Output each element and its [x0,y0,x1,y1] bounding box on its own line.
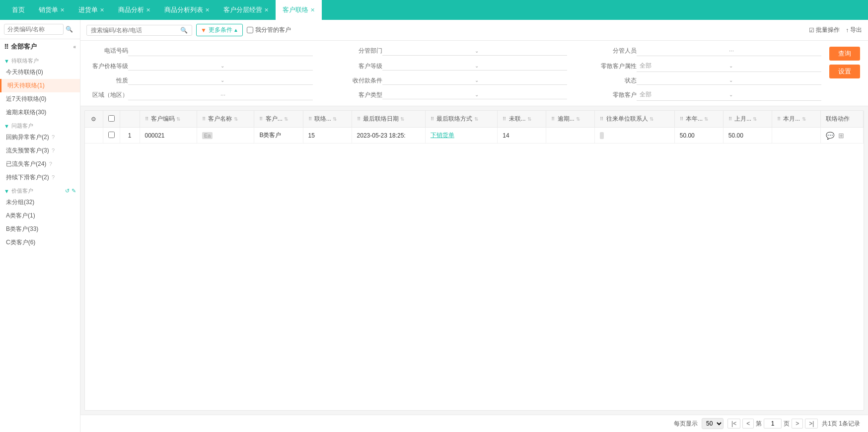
row-check[interactable] [103,128,120,144]
row-not-linked: 14 [498,128,546,144]
manager-select[interactable]: ··· [637,46,821,56]
level-select[interactable]: ⌄ [382,62,567,71]
sidebar-item-class-b[interactable]: B类客户(33) [0,222,80,236]
help-icon-declining[interactable]: ? [52,174,55,180]
query-btn[interactable]: 查询 [829,47,860,61]
sidebar-item-overdue[interactable]: 逾期未联络(30) [0,106,80,119]
status-select[interactable]: ⌄ [637,76,821,85]
nav-close-analysis-list[interactable]: ✕ [205,7,210,13]
th-this-year[interactable]: ⠿ 本年... [674,111,723,128]
toolbar-search-icon[interactable]: 🔍 [180,27,188,34]
value-edit-icon[interactable]: ✎ [72,188,76,194]
th-settings[interactable]: ⚙ [85,111,103,128]
sidebar-item-churn-warning[interactable]: 流失预警客户(3) ? [0,144,80,157]
batch-ops-btn[interactable]: ☑ 批量操作 [809,26,840,34]
sidebar-search-icon[interactable]: 🔍 [66,26,73,33]
th-contacts[interactable]: ⠿ 联络... [303,111,352,128]
sidebar-item-ungrouped[interactable]: 未分组(32) [0,196,80,209]
export-btn[interactable]: ↑ 导出 [846,26,862,34]
nav-item-purchase[interactable]: 进货单 ✕ [72,0,111,20]
sidebar-item-class-a[interactable]: A类客户(1) [0,209,80,222]
nav-item-sales[interactable]: 销货单 ✕ [32,0,72,20]
toolbar-search-input[interactable] [91,27,180,34]
sidebar-item-repurchase-abnormal[interactable]: 回购异常客户(2) ? [0,131,80,144]
sidebar-item-class-c[interactable]: C类客户(6) [0,236,80,249]
area-label: 区域（地区） [88,91,128,99]
nav-close-sales[interactable]: ✕ [60,7,65,13]
area-select[interactable]: ··· [128,90,313,100]
my-customer-checkbox[interactable] [247,27,253,33]
nature-select[interactable]: ⌄ [128,76,313,85]
manager-dots[interactable]: ··· [727,47,818,54]
nav-close-customer-tier[interactable]: ✕ [264,7,269,13]
th-name[interactable]: ⠿ 客户名称 [197,111,254,128]
help-icon-churned[interactable]: ? [49,161,52,167]
dept-label: 分管部门 [343,47,382,55]
page-input[interactable] [764,419,782,429]
nav-item-analysis-list[interactable]: 商品分析列表 ✕ [157,0,217,20]
nature-label: 性质 [88,76,128,85]
th-contact-person[interactable]: ⠿ 往来单位联系人 [595,111,674,128]
th-last-method[interactable]: ⠿ 最后联络方式 [425,111,497,128]
th-category[interactable]: ⠿ 客户... [254,111,303,128]
sidebar: 🔍 ⠿ 全部客户 « ▼ 待联络客户 今天待联络(0) 明天待联络(1) 近7天… [0,20,80,432]
more-conditions-btn[interactable]: ▼ 更多条件 ▲ [196,24,243,36]
th-overdue[interactable]: ⠿ 逾期... [546,111,595,128]
nav-close-purchase[interactable]: ✕ [100,7,104,13]
phone-label: 电话号码 [88,47,128,55]
sidebar-item-today[interactable]: 今天待联络(0) [0,66,80,79]
sidebar-item-declining[interactable]: 持续下滑客户(2) ? [0,171,80,184]
select-all-checkbox[interactable] [108,115,115,122]
help-icon-churn[interactable]: ? [52,147,55,153]
page-end-label: 页 [784,420,790,428]
th-last-date[interactable]: ⠿ 最后联络日期 [352,111,425,128]
last-page-btn[interactable]: >| [805,419,818,429]
first-page-btn[interactable]: |< [727,419,740,429]
phone-input[interactable] [128,46,313,56]
last-method-link[interactable]: 下销货单 [431,132,454,139]
row-code: 000021 [140,128,197,144]
dept-select[interactable]: ⌄ [382,47,567,56]
page-size-select[interactable]: 50 [702,418,723,429]
nav-close-customer-contact[interactable]: ✕ [310,7,315,13]
row-num: 1 [120,128,140,144]
toolbar-search-box: 🔍 [86,25,192,36]
sidebar-collapse-icon[interactable]: « [73,44,76,50]
sidebar-search-input[interactable] [4,24,64,35]
th-action: 联络动作 [820,111,863,128]
filter-row-2: 客户价格等级 ⌄ 客户等级 ⌄ [88,60,821,72]
prev-page-btn[interactable]: < [742,419,754,429]
value-refresh-icon[interactable]: ↺ [65,188,70,194]
area-dots[interactable]: ··· [218,91,310,98]
retail-attr-label: 零散客户属性 [597,62,637,71]
sidebar-item-churned[interactable]: 已流失客户(24) ? [0,157,80,171]
nav-home[interactable]: 首页 [5,5,32,14]
sidebar-item-7days[interactable]: 近7天待联络(0) [0,92,80,106]
th-not-linked[interactable]: ⠿ 未联... [498,111,546,128]
retail-select[interactable]: 全部 ⌄ [637,89,821,101]
price-select[interactable]: ⌄ [128,62,313,71]
next-page-btn[interactable]: > [792,419,803,429]
help-icon-repurchase[interactable]: ? [52,134,55,140]
nav-item-analysis[interactable]: 商品分析 ✕ [111,0,157,20]
th-last-month[interactable]: ⠿ 上月... [723,111,772,128]
nav-item-customer-tier[interactable]: 客户分层经营 ✕ [217,0,276,20]
nav-close-analysis[interactable]: ✕ [146,7,150,13]
action-comment-icon[interactable]: 💬 [826,132,834,140]
filter-actions: 查询 设置 [829,46,860,101]
sidebar-all-customers[interactable]: ⠿ 全部客户 « [0,39,80,54]
sidebar-item-tomorrow[interactable]: 明天待联络(1) [0,79,80,92]
th-code[interactable]: ⠿ 客户编码 [140,111,197,128]
row-contacts: 15 [303,128,352,144]
row-checkbox[interactable] [108,132,115,138]
nav-item-customer-contact[interactable]: 客户联络 ✕ [276,0,322,20]
payment-select[interactable]: ⌄ [382,76,567,85]
reset-btn[interactable]: 设置 [829,65,860,78]
table-settings-icon[interactable]: ⚙ [91,116,96,123]
retail-attr-select[interactable]: 全部 ⌄ [637,60,821,72]
th-check[interactable] [103,111,120,128]
row-last-method[interactable]: 下销货单 [425,128,497,144]
action-grid-icon[interactable]: ⊞ [838,132,844,140]
th-this-month[interactable]: ⠿ 本月... [772,111,820,128]
type-select[interactable]: ⌄ [382,90,567,99]
